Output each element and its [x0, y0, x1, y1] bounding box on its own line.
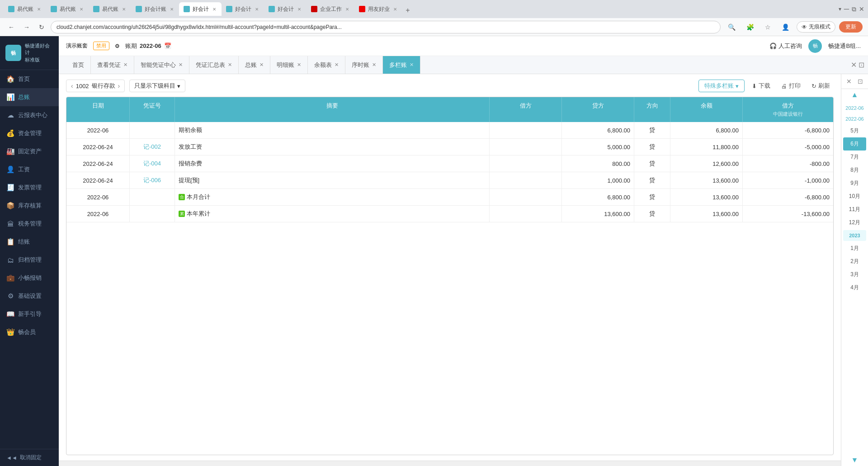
- tab-journal[interactable]: 序时账 ✕: [345, 56, 383, 74]
- search-icon[interactable]: 🔍: [724, 22, 739, 33]
- user-avatar[interactable]: 畅: [808, 39, 822, 53]
- month-10[interactable]: 10月: [841, 190, 868, 203]
- tab-close-2[interactable]: ✕: [79, 6, 84, 12]
- sidebar-item-payroll[interactable]: 👤 工资: [0, 160, 59, 179]
- sidebar-item-reports[interactable]: ☁ 云报表中心: [0, 106, 59, 124]
- month-scroll-down[interactable]: ▼: [841, 454, 868, 466]
- address-input[interactable]: [51, 21, 721, 33]
- stealth-mode-button[interactable]: 👁 无痕模式: [797, 21, 835, 33]
- sidebar-item-vip[interactable]: 👑 畅会员: [0, 323, 59, 341]
- voucher-link-4[interactable]: 记-006: [143, 176, 161, 184]
- tab-voucher-summary[interactable]: 凭证汇总表 ✕: [189, 56, 239, 74]
- month-8[interactable]: 8月: [841, 164, 868, 177]
- minimize-btn[interactable]: ─: [844, 5, 849, 13]
- tab-close-6[interactable]: ✕: [254, 6, 259, 12]
- horizontal-scrollbar[interactable]: [59, 461, 841, 466]
- sidebar-item-guide[interactable]: 📖 新手引导: [0, 305, 59, 323]
- sidebar-item-funds[interactable]: 💰 资金管理: [0, 124, 59, 142]
- browser-tab-4[interactable]: 好会计账 ✕: [131, 2, 179, 16]
- sidebar-item-settings[interactable]: ⚙ 基础设置: [0, 287, 59, 305]
- next-account-button[interactable]: ›: [118, 82, 120, 89]
- browser-tab-2[interactable]: 易代账 ✕: [46, 2, 89, 16]
- sidebar-unpin-button[interactable]: ◄◄ 取消固定: [0, 449, 59, 466]
- month-3[interactable]: 3月: [841, 268, 868, 281]
- month-7[interactable]: 7月: [841, 151, 868, 164]
- extension-icon[interactable]: 🧩: [743, 22, 758, 33]
- tab-home[interactable]: 首页: [66, 56, 91, 74]
- consult-button[interactable]: 🎧 人工咨询: [769, 42, 802, 50]
- month-11[interactable]: 11月: [841, 203, 868, 216]
- tab-voucher[interactable]: 查看凭证 ✕: [91, 56, 134, 74]
- close-btn[interactable]: ✕: [859, 5, 864, 13]
- browser-tab-9[interactable]: 用友好业 ✕: [354, 2, 402, 16]
- tab-close-3[interactable]: ✕: [121, 6, 127, 12]
- sidebar-item-expense[interactable]: 💼 小畅报销: [0, 269, 59, 287]
- browser-tab-5[interactable]: 好会计 ✕: [179, 2, 222, 16]
- bookmark-icon[interactable]: ☆: [761, 22, 774, 33]
- tab-close-9[interactable]: ✕: [392, 6, 398, 12]
- tab-smart-voucher-close[interactable]: ✕: [179, 62, 183, 68]
- month-2[interactable]: 2月: [841, 255, 868, 268]
- back-button[interactable]: ←: [5, 22, 17, 33]
- browser-tab-6[interactable]: 好会计 ✕: [222, 2, 264, 16]
- settings-gear-icon[interactable]: ⚙: [115, 43, 120, 49]
- prev-account-button[interactable]: ‹: [71, 82, 73, 89]
- month-4[interactable]: 4月: [841, 281, 868, 294]
- tab-balance[interactable]: 余额表 ✕: [308, 56, 345, 74]
- month-12[interactable]: 12月: [841, 216, 868, 229]
- sidebar-item-home[interactable]: 🏠 首页: [0, 70, 59, 88]
- month-9[interactable]: 9月: [841, 177, 868, 190]
- td-voucher-4[interactable]: 记-006: [130, 172, 175, 188]
- td-voucher-3[interactable]: 记-004: [130, 155, 175, 172]
- tab-multi-col-close[interactable]: ✕: [410, 62, 414, 68]
- download-button[interactable]: ⬇ 下载: [748, 80, 774, 92]
- month-6[interactable]: 6月: [843, 137, 866, 151]
- month-1[interactable]: 1月: [841, 242, 868, 255]
- tab-balance-close[interactable]: ✕: [335, 62, 339, 68]
- tab-multi-col[interactable]: 多栏账 ✕: [383, 56, 420, 74]
- tab-general-ledger-close[interactable]: ✕: [259, 62, 264, 68]
- browser-tab-3[interactable]: 易代账 ✕: [89, 2, 131, 16]
- refresh-ledger-button[interactable]: ↻ 刷新: [808, 80, 834, 92]
- multi-col-button[interactable]: 特殊多栏账 ▾: [698, 80, 745, 92]
- sidebar-item-tax[interactable]: 🏛 税务管理: [0, 215, 59, 233]
- panel-close-icon[interactable]: ✕: [846, 78, 852, 85]
- add-tab-button[interactable]: +: [402, 5, 413, 16]
- tab-close-8[interactable]: ✕: [344, 6, 350, 12]
- tab-voucher-close[interactable]: ✕: [123, 62, 127, 68]
- tab-close-4[interactable]: ✕: [169, 6, 175, 12]
- refresh-browser-button[interactable]: ↻: [36, 22, 47, 33]
- sidebar-item-inventory[interactable]: 📦 库存核算: [0, 197, 59, 215]
- td-voucher-2[interactable]: 记-002: [130, 139, 175, 155]
- sidebar-item-archive[interactable]: 🗂 归档管理: [0, 251, 59, 269]
- month-scroll-up[interactable]: ▲: [841, 89, 868, 101]
- profile-icon[interactable]: 👤: [778, 22, 793, 33]
- tab-voucher-summary-close[interactable]: ✕: [228, 62, 232, 68]
- browser-tab-8[interactable]: 企业工作 ✕: [307, 2, 354, 16]
- tab-close-5[interactable]: ✕: [212, 6, 217, 12]
- browser-tab-1[interactable]: 易代账 ✕: [4, 2, 46, 16]
- browser-tab-7[interactable]: 好会计 ✕: [264, 2, 307, 16]
- tab-detail-ledger-close[interactable]: ✕: [297, 62, 301, 68]
- sidebar-item-close-period[interactable]: 📋 结账: [0, 233, 59, 251]
- tab-journal-close[interactable]: ✕: [372, 62, 376, 68]
- tab-close-7[interactable]: ✕: [297, 6, 302, 12]
- tab-general-ledger[interactable]: 总账 ✕: [239, 56, 270, 74]
- print-button[interactable]: 🖨 打印: [778, 80, 804, 92]
- calendar-icon[interactable]: 📅: [164, 42, 171, 49]
- month-5[interactable]: 5月: [841, 124, 868, 137]
- filter-select[interactable]: 只显示下级科目 ▾: [129, 80, 185, 92]
- sidebar-item-assets[interactable]: 🏭 固定资产: [0, 142, 59, 160]
- close-tab-icon[interactable]: ✕: [851, 61, 857, 69]
- tab-list-btn[interactable]: ▾: [839, 6, 841, 12]
- tab-smart-voucher[interactable]: 智能凭证中心 ✕: [134, 56, 189, 74]
- expand-icon[interactable]: ⊡: [859, 61, 864, 69]
- voucher-link-3[interactable]: 记-004: [143, 160, 161, 168]
- sidebar-item-invoice[interactable]: 🧾 发票管理: [0, 179, 59, 197]
- update-button[interactable]: 更新: [839, 21, 863, 33]
- sidebar-item-ledger[interactable]: 📊 总账: [0, 88, 59, 106]
- voucher-link-2[interactable]: 记-002: [143, 143, 161, 151]
- panel-expand-icon[interactable]: ⊡: [858, 78, 863, 85]
- restore-btn[interactable]: ⧉: [852, 5, 856, 13]
- forward-button[interactable]: →: [21, 22, 33, 33]
